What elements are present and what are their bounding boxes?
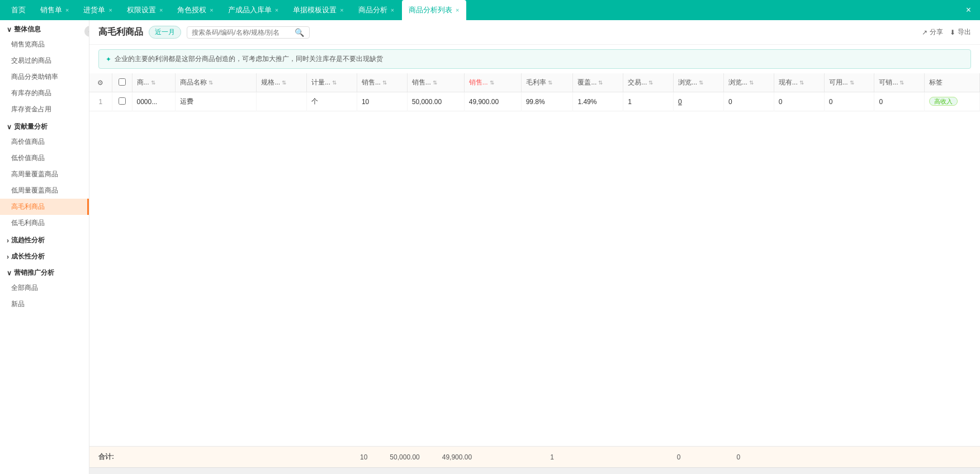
data-table-container: ⚙ 商... ⇅ 商品名称: [89, 73, 980, 446]
nav-close-role-auth[interactable]: ×: [210, 7, 213, 13]
cell-unit: 个: [307, 92, 357, 111]
cell-available: 0: [824, 92, 874, 111]
nav-sales-order[interactable]: 销售单 ×: [34, 0, 75, 20]
sidebar-item-high-value[interactable]: 高价值商品: [0, 134, 89, 150]
header-actions: ↗ 分享 ⬇ 导出: [922, 27, 971, 37]
table-header-row: ⚙ 商... ⇅ 商品名称: [89, 73, 980, 92]
page-title: 高毛利商品: [98, 26, 143, 38]
export-icon: ⬇: [950, 29, 955, 36]
col-header-gross-rate[interactable]: 毛利率 ⇅: [521, 73, 573, 92]
search-input[interactable]: [192, 29, 292, 36]
nav-product-analysis[interactable]: 商品分析 ×: [352, 0, 401, 20]
cell-browse1: 0: [674, 92, 724, 111]
nav-close-product-analysis-list[interactable]: ×: [456, 7, 459, 13]
col-header-spec[interactable]: 规格... ⇅: [257, 73, 307, 92]
col-header-sales-profit[interactable]: 销售... ⇅: [464, 73, 521, 92]
col-header-transaction[interactable]: 交易... ⇅: [623, 73, 674, 92]
row-checkbox[interactable]: [119, 97, 126, 105]
share-button[interactable]: ↗ 分享: [922, 27, 943, 37]
cell-saleable: 0: [874, 92, 925, 111]
col-header-tag[interactable]: 标签: [925, 73, 980, 92]
sidebar-item-all-products[interactable]: 全部商品: [0, 280, 89, 296]
export-button[interactable]: ⬇ 导出: [950, 27, 971, 37]
col-header-saleable[interactable]: 可销... ⇅: [874, 73, 925, 92]
cell-sales-amount: 50,000.00: [407, 92, 464, 111]
table-body: 1 0000... 运费 个 10 50,000.00 49,900.00 99…: [89, 92, 980, 111]
nav-close-permission-settings[interactable]: ×: [159, 7, 163, 13]
cell-coverage: 1.49%: [573, 92, 623, 111]
nav-close-product-analysis[interactable]: ×: [391, 7, 394, 13]
table-row: 1 0000... 运费 个 10 50,000.00 49,900.00 99…: [89, 92, 980, 111]
sidebar-item-stock-capital[interactable]: 库存资金占用: [0, 101, 89, 118]
nav-product-inbound[interactable]: 产成品入库单 ×: [221, 0, 285, 20]
sidebar-item-in-stock[interactable]: 有库存的商品: [0, 85, 89, 101]
browse1-link[interactable]: 0: [678, 98, 682, 106]
sidebar-item-low-margin[interactable]: 低毛利商品: [0, 215, 89, 231]
cell-spec: [257, 92, 307, 111]
col-header-coverage[interactable]: 覆盖... ⇅: [573, 73, 623, 92]
search-icon[interactable]: 🔍: [295, 28, 304, 37]
cell-name: 运费: [176, 92, 257, 111]
nav-home[interactable]: 首页: [4, 0, 32, 20]
filter-recent-month-button[interactable]: 近一月: [149, 26, 181, 39]
nav-close-template-settings[interactable]: ×: [340, 7, 343, 13]
footer-transaction: 1: [550, 453, 554, 461]
cell-current-stock: 0: [774, 92, 824, 111]
col-header-current-stock[interactable]: 现有... ⇅: [774, 73, 824, 92]
col-header-browse1[interactable]: 浏览... ⇅: [674, 73, 724, 92]
sidebar-item-high-margin[interactable]: 高毛利商品: [0, 199, 89, 215]
col-header-name[interactable]: 商品名称 ⇅: [176, 73, 257, 92]
bottom-scrollbar[interactable]: [89, 467, 980, 474]
nav-close-purchase-order[interactable]: ×: [108, 7, 112, 13]
tag-badge: 高收入: [929, 97, 958, 106]
sidebar: « ∨ 整体信息 销售览商品 交易过的商品 商品分类助销率 有库存的商品 库存资…: [0, 20, 89, 474]
footer-sales-profit: 49,900.00: [442, 453, 472, 461]
cell-transaction: 1: [623, 92, 674, 111]
sidebar-group-marketing[interactable]: ∨ 营销推广分析: [0, 264, 89, 280]
nav-role-auth[interactable]: 角色授权 ×: [171, 0, 220, 20]
content-header: 高毛利商品 近一月 🔍 ↗ 分享 ⬇ 导出: [89, 20, 980, 45]
sidebar-group-trend[interactable]: › 流趋性分析: [0, 231, 89, 247]
col-header-code[interactable]: 商... ⇅: [132, 73, 176, 92]
sidebar-item-low-coverage[interactable]: 低周量覆盖商品: [0, 182, 89, 199]
content-area: 高毛利商品 近一月 🔍 ↗ 分享 ⬇ 导出 ✦ 企业的主要的利润都是这部分商品创…: [89, 20, 980, 474]
data-table: ⚙ 商... ⇅ 商品名称: [89, 73, 980, 111]
top-navigation: 首页 销售单 × 进货单 × 权限设置 × 角色授权 × 产成品入库单 × 单据…: [0, 0, 980, 20]
sidebar-group-overall[interactable]: ∨ 整体信息: [0, 20, 89, 36]
footer-current-stock: 0: [677, 453, 681, 461]
col-header-browse2[interactable]: 浏览... ⇅: [723, 73, 774, 92]
nav-close-product-inbound[interactable]: ×: [275, 7, 278, 13]
nav-close-sales-order[interactable]: ×: [65, 7, 69, 13]
col-header-available[interactable]: 可用... ⇅: [824, 73, 874, 92]
cell-sales-qty: 10: [357, 92, 407, 111]
cell-check: [112, 92, 132, 111]
cell-code: 0000...: [132, 92, 176, 111]
sidebar-item-traded[interactable]: 交易过的商品: [0, 53, 89, 69]
sidebar-item-high-coverage[interactable]: 高周量覆盖商品: [0, 166, 89, 182]
table-settings-icon[interactable]: ⚙: [97, 79, 103, 87]
col-header-sales-amount[interactable]: 销售... ⇅: [407, 73, 464, 92]
select-all-checkbox[interactable]: [119, 78, 126, 86]
nav-product-analysis-list[interactable]: 商品分析列表 ×: [402, 0, 466, 20]
footer-available: 0: [737, 453, 741, 461]
sidebar-item-new-products[interactable]: 新品: [0, 296, 89, 312]
nav-template-settings[interactable]: 单据模板设置 ×: [286, 0, 350, 20]
footer-label: 合计:: [98, 452, 114, 462]
sidebar-group-contribution[interactable]: ∨ 贡献量分析: [0, 118, 89, 134]
sidebar-item-sales-top[interactable]: 销售览商品: [0, 36, 89, 53]
search-box: 🔍: [187, 26, 310, 39]
cell-browse2: 0: [723, 92, 774, 111]
nav-purchase-order[interactable]: 进货单 ×: [77, 0, 119, 20]
nav-permission-settings[interactable]: 权限设置 ×: [120, 0, 169, 20]
col-header-unit[interactable]: 计量... ⇅: [307, 73, 357, 92]
table-footer: 合计: 10 50,000.00 49,900.00 1 0 0: [89, 446, 980, 467]
window-close-button[interactable]: ×: [962, 5, 976, 15]
footer-sales-qty: 10: [360, 453, 367, 461]
col-header-check: [112, 73, 132, 92]
sidebar-item-category-rate[interactable]: 商品分类助销率: [0, 69, 89, 85]
cell-sales-profit: 49,900.00: [464, 92, 521, 111]
sidebar-item-low-value[interactable]: 低价值商品: [0, 150, 89, 166]
sidebar-group-growth[interactable]: › 成长性分析: [0, 247, 89, 264]
share-icon: ↗: [922, 29, 927, 36]
col-header-sales-qty[interactable]: 销售... ⇅: [357, 73, 407, 92]
